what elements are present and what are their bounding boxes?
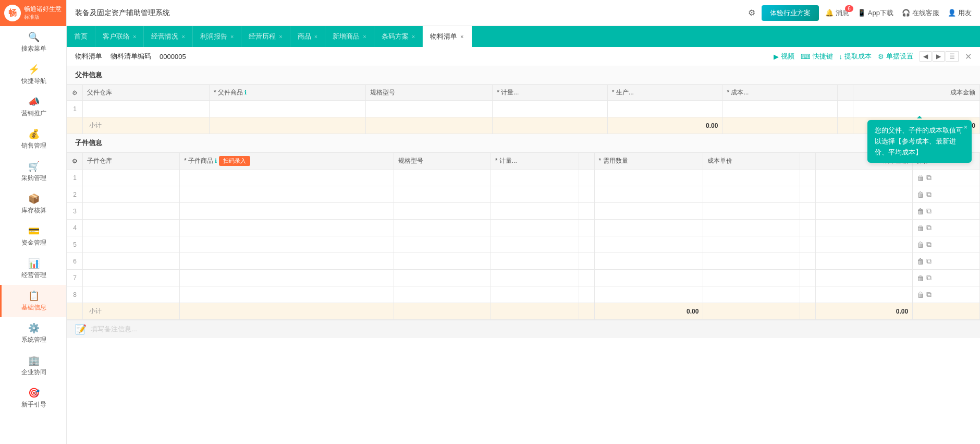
sidebar-item-system[interactable]: ⚙️系统管理 [0, 317, 66, 350]
delete-icon-1[interactable]: 🗑 [917, 174, 924, 182]
child-unit-cost-cell-2[interactable] [703, 186, 800, 203]
child-unit-cell-2[interactable] [491, 186, 579, 203]
sidebar-item-search[interactable]: 🔍搜索菜单 [0, 26, 66, 58]
tab-operation[interactable]: 经营情况 × [144, 26, 192, 47]
child-warehouse-cell-5[interactable] [83, 236, 180, 253]
delete-icon-5[interactable]: 🗑 [917, 241, 924, 249]
child-spec-cell-5[interactable] [394, 236, 491, 253]
child-warehouse-cell-3[interactable] [83, 203, 180, 220]
child-warehouse-cell-8[interactable] [83, 286, 180, 303]
child-quantity-cell-5[interactable] [594, 236, 703, 253]
tab-history[interactable]: 经营历程 × [241, 26, 290, 47]
parent-cost-cell[interactable] [722, 101, 838, 117]
child-quantity-cell-7[interactable] [594, 270, 703, 286]
child-unit-cell-6[interactable] [491, 253, 579, 270]
child-unit-cost-cell-8[interactable] [703, 286, 800, 303]
tab-profit[interactable]: 利润报告 × [193, 26, 241, 47]
child-unit-cell-3[interactable] [491, 203, 579, 220]
child-warehouse-cell-4[interactable] [83, 220, 180, 236]
tab-home[interactable]: 首页 [67, 26, 95, 47]
child-unit-cost-cell-3[interactable] [703, 203, 800, 220]
sidebar-item-finance[interactable]: 💳资金管理 [0, 220, 66, 253]
child-quantity-cell-3[interactable] [594, 203, 703, 220]
sidebar-item-marketing[interactable]: 📣营销推广 [0, 91, 66, 123]
online-service[interactable]: 🎧 在线客服 [902, 8, 939, 18]
child-warehouse-cell-1[interactable] [83, 170, 180, 186]
copy-icon-3[interactable]: ⧉ [926, 207, 932, 215]
child-quantity-cell-8[interactable] [594, 286, 703, 303]
copy-icon-1[interactable]: ⧉ [926, 173, 932, 182]
tab-goods[interactable]: 商品 × [290, 26, 325, 47]
trial-button[interactable]: 体验行业方案 [762, 5, 819, 21]
copy-icon-8[interactable]: ⧉ [926, 290, 932, 299]
child-product-cell-2[interactable] [179, 186, 394, 203]
child-unit-cell-5[interactable] [491, 236, 579, 253]
delete-icon-4[interactable]: 🗑 [917, 224, 924, 232]
child-warehouse-cell-7[interactable] [83, 270, 180, 286]
sidebar-item-enterprise[interactable]: 🏢企业协同 [0, 350, 66, 382]
tab-close-history[interactable]: × [279, 33, 282, 40]
child-unit-cell-1[interactable] [491, 170, 579, 186]
tab-close-operation[interactable]: × [181, 33, 185, 40]
gear-icon[interactable]: ⚙ [748, 8, 755, 18]
child-product-cell-6[interactable] [179, 253, 394, 270]
child-product-cell-1[interactable] [179, 170, 394, 186]
sidebar-item-quick_nav[interactable]: ⚡快捷导航 [0, 58, 66, 91]
nav-prev-button[interactable]: ◀ [920, 51, 932, 62]
child-quantity-cell-2[interactable] [594, 186, 703, 203]
child-unit-cell-8[interactable] [491, 286, 579, 303]
copy-icon-4[interactable]: ⧉ [926, 223, 932, 232]
tab-barcode[interactable]: 条码方案 × [374, 26, 423, 47]
tab-close-profit[interactable]: × [230, 33, 234, 40]
child-unit-cost-cell-6[interactable] [703, 253, 800, 270]
nav-next-button[interactable]: ▶ [933, 51, 945, 62]
child-product-cell-7[interactable] [179, 270, 394, 286]
child-spec-cell-3[interactable] [394, 203, 491, 220]
sidebar-item-basic_info[interactable]: 📋基础信息 [0, 285, 66, 317]
child-spec-cell-6[interactable] [394, 253, 491, 270]
child-product-cell-3[interactable] [179, 203, 394, 220]
app-download[interactable]: 📱 App下载 [858, 8, 893, 18]
tab-close-barcode[interactable]: × [412, 33, 415, 40]
parent-spec-cell[interactable] [366, 101, 493, 117]
copy-icon-2[interactable]: ⧉ [926, 190, 932, 199]
delete-icon-7[interactable]: 🗑 [917, 274, 924, 282]
sidebar-item-guide[interactable]: 🎯新手引导 [0, 382, 66, 414]
notes-hint[interactable]: 填写备注信息... [91, 325, 137, 334]
single-setting-action[interactable]: ⚙ 单据设置 [878, 52, 913, 61]
child-unit-cell-7[interactable] [491, 270, 579, 286]
delete-icon-6[interactable]: 🗑 [917, 257, 924, 266]
child-product-cell-4[interactable] [179, 220, 394, 236]
sidebar-item-operations[interactable]: 📊经营管理 [0, 253, 66, 285]
shortcut-action[interactable]: ⌨ 快捷键 [801, 52, 833, 61]
child-product-cell-5[interactable] [179, 236, 394, 253]
parent-product-cell[interactable] [209, 101, 365, 117]
child-spec-cell-1[interactable] [394, 170, 491, 186]
tab-customer[interactable]: 客户联络 × [95, 26, 144, 47]
child-product-cell-8[interactable] [179, 286, 394, 303]
tab-new_goods[interactable]: 新增商品 × [325, 26, 374, 47]
sidebar-item-purchase[interactable]: 🛒采购管理 [0, 155, 66, 188]
child-unit-cost-cell-5[interactable] [703, 236, 800, 253]
parent-production-cell[interactable] [607, 101, 722, 117]
message-icon[interactable]: 🔔 消息 6 [825, 8, 849, 18]
child-unit-cell-4[interactable] [491, 220, 579, 236]
parent-warehouse-cell[interactable] [83, 101, 210, 117]
parent-unit-cell[interactable] [493, 101, 608, 117]
tooltip-close-button[interactable]: × [963, 122, 967, 133]
child-warehouse-cell-6[interactable] [83, 253, 180, 270]
tab-close-customer[interactable]: × [133, 33, 136, 40]
sidebar-item-inventory[interactable]: 📦库存核算 [0, 188, 66, 220]
nav-list-button[interactable]: ☰ [946, 51, 959, 62]
child-unit-cost-cell-1[interactable] [703, 170, 800, 186]
scan-button[interactable]: 扫码录入 [219, 156, 250, 166]
copy-icon-7[interactable]: ⧉ [926, 273, 932, 282]
video-action[interactable]: ▶ 视频 [774, 52, 794, 61]
child-unit-cost-cell-7[interactable] [703, 270, 800, 286]
tab-bom[interactable]: 物料清单 × [423, 26, 471, 47]
delete-icon-2[interactable]: 🗑 [917, 190, 924, 199]
child-spec-cell-7[interactable] [394, 270, 491, 286]
sidebar-item-sales[interactable]: 💰销售管理 [0, 123, 66, 155]
delete-icon-8[interactable]: 🗑 [917, 291, 924, 299]
child-quantity-cell-4[interactable] [594, 220, 703, 236]
